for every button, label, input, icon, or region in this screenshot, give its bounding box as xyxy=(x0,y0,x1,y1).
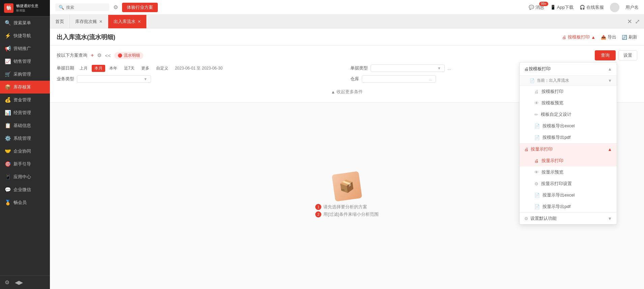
tag-icon: 🔴 xyxy=(118,53,122,58)
display-settings-label: 按显示打印设置 xyxy=(541,181,572,187)
settings-button[interactable]: 设置 xyxy=(618,50,637,60)
tab-inout-flow-close[interactable]: ✕ xyxy=(138,19,141,24)
sidebar-settings-icon[interactable]: ⚙ xyxy=(5,279,9,286)
sidebar-item-label: 企业协同 xyxy=(13,148,31,154)
date-btn-custom[interactable]: 自定义 xyxy=(153,65,171,72)
sidebar-item-quick-nav[interactable]: ⚡ 快捷导航 xyxy=(0,29,50,42)
search-input[interactable] xyxy=(66,5,100,10)
sidebar-item-system[interactable]: ⚙️ 系统管理 xyxy=(0,132,50,145)
display-section-title[interactable]: 🖨 按显示打印 ▲ xyxy=(520,143,617,155)
sidebar-item-guide[interactable]: 🎯 新手引导 xyxy=(0,158,50,170)
service-icon: 🎧 xyxy=(580,5,585,10)
dropdown-footer[interactable]: ⚙ 设置默认功能 ▼ xyxy=(520,213,617,224)
print-dropdown-trigger[interactable]: 🖨 按模板打印 ▲ xyxy=(562,34,595,40)
display-print-item[interactable]: 🖨 按显示打印 xyxy=(520,155,617,166)
sidebar-item-member[interactable]: 🏅 畅会员 xyxy=(0,196,50,209)
tab-maximize-icon[interactable]: ⤢ xyxy=(635,18,640,25)
display-section: 🖨 按显示打印 ▲ 🖨 按显示打印 👁 按显示预览 ⚙ 按显示打印设置 xyxy=(520,143,617,213)
voucher-type-select[interactable]: ▼ xyxy=(371,64,445,72)
operation-icon: 📊 xyxy=(5,110,11,116)
tabbar: 首页 库存批次账 ✕ 出入库流水 ✕ ✕ ⤢ xyxy=(50,15,644,28)
app-download-button[interactable]: 📱 App下载 xyxy=(550,4,574,10)
display-settings-item[interactable]: ⚙ 按显示打印设置 xyxy=(520,178,617,189)
dropdown-print-icon: 🖨 xyxy=(524,67,529,72)
display-section-label: 按显示打印 xyxy=(531,146,553,152)
biz-type-select[interactable]: ▼ xyxy=(77,75,151,83)
sidebar-item-app-center[interactable]: 📱 应用中心 xyxy=(0,170,50,183)
export-button[interactable]: 📤 导出 xyxy=(601,34,616,40)
date-btn-7days[interactable]: 近7天 xyxy=(121,65,137,72)
empty-hint-2: 2 用[过滤]条件来缩小分析范围 xyxy=(315,211,378,217)
date-field-label: 单据日期 xyxy=(57,65,74,71)
empty-hints: 1 请先选择要分析的方案 2 用[过滤]条件来缩小分析范围 xyxy=(315,204,378,219)
tab-home[interactable]: 首页 xyxy=(50,15,70,28)
sidebar-item-label: 畅会员 xyxy=(13,200,27,206)
logo-name: 畅捷通好生意 xyxy=(16,3,38,8)
template-export-pdf-item[interactable]: 📄 按模板导出pdf xyxy=(520,132,617,143)
default-settings-icon: ⚙ xyxy=(524,216,528,221)
page-header: 出入库流水(流水明细) 🖨 按模板打印 ▲ 📤 导出 🔄 刷新 xyxy=(50,28,644,46)
sidebar-item-finance[interactable]: 💰 资金管理 xyxy=(0,94,50,106)
sidebar-item-label: 销售管理 xyxy=(13,58,31,64)
sidebar-item-operation[interactable]: 📊 经营管理 xyxy=(0,106,50,119)
tab-home-label: 首页 xyxy=(55,19,64,25)
query-button[interactable]: 查询 xyxy=(595,50,616,60)
sidebar-item-marketing[interactable]: 📢 营销推广 xyxy=(0,42,50,55)
template-print-item[interactable]: 🖨 按模板打印 xyxy=(520,86,617,97)
dropdown-header[interactable]: 🖨 按模板打印 ▲ xyxy=(520,62,617,76)
topbar-gear-icon[interactable]: ⚙ xyxy=(113,4,118,10)
online-service-button[interactable]: 🎧 在线客服 xyxy=(580,4,604,10)
industry-button[interactable]: 体验行业方案 xyxy=(122,3,158,12)
filter-label: 按以下方案查询 xyxy=(57,52,87,58)
sidebar-item-search-menu[interactable]: 🔍 搜索菜单 xyxy=(0,17,50,29)
purchase-icon: 🛒 xyxy=(5,71,11,77)
sidebar-item-purchase[interactable]: 🛒 采购管理 xyxy=(0,68,50,81)
template-preview-item[interactable]: 👁 按模板预览 xyxy=(520,97,617,109)
warehouse-select[interactable]: … xyxy=(362,75,436,83)
sidebar-item-wechat[interactable]: 💬 企业微信 xyxy=(0,183,50,196)
sidebar-collapse-icon[interactable]: ◀▶ xyxy=(15,279,23,286)
date-btn-this-year[interactable]: 本年 xyxy=(107,65,120,72)
collapse-up-icon: ▲ xyxy=(331,89,335,95)
template-export-excel-item[interactable]: 📄 按模板导出excel xyxy=(520,120,617,132)
display-section-icon: 🖨 xyxy=(524,147,529,152)
display-print-icon: 🖨 xyxy=(534,158,539,163)
tab-batch-account[interactable]: 库存批次账 ✕ xyxy=(70,15,108,28)
cooperation-icon: 🤝 xyxy=(5,148,11,154)
display-export-excel-item[interactable]: 📄 按显示导出excel xyxy=(520,189,617,201)
user-avatar[interactable] xyxy=(610,3,619,12)
member-icon: 🏅 xyxy=(5,200,11,206)
date-btn-last-month[interactable]: 上月 xyxy=(77,65,90,72)
finance-icon: 💰 xyxy=(5,97,11,103)
refresh-button[interactable]: 🔄 刷新 xyxy=(622,34,637,40)
template-design-item[interactable]: ✏ 模板自定义设计 xyxy=(520,109,617,120)
date-btn-more[interactable]: 更多 xyxy=(139,65,152,72)
template-print-label: 按模板打印 xyxy=(541,88,563,95)
message-icon: 💬 xyxy=(529,5,534,10)
display-print-label: 按显示打印 xyxy=(541,158,563,164)
app-download-label: App下载 xyxy=(557,4,574,10)
filter-settings-icon[interactable]: ⚙ xyxy=(97,52,101,58)
display-preview-item[interactable]: 👁 按显示预览 xyxy=(520,166,617,178)
date-btn-this-month[interactable]: 本月 xyxy=(92,65,105,72)
date-filter-field: 单据日期 上月 本月 本年 近7天 更多 自定义 2023-06-01 至 20… xyxy=(57,65,344,72)
filter-tag-item[interactable]: 🔴 流水明细 xyxy=(114,52,143,59)
tab-batch-account-close[interactable]: ✕ xyxy=(99,19,103,24)
tab-inout-flow[interactable]: 出入库流水 ✕ xyxy=(108,15,147,28)
print-dropdown-panel: 🖨 按模板打印 ▲ 📄 当前：出入库流水 ▼ 🖨 按模板打印 👁 按模板预览 xyxy=(519,62,617,225)
display-export-pdf-item[interactable]: 📄 按显示导出pdf xyxy=(520,201,617,212)
hint-text-2: 用[过滤]条件来缩小分析范围 xyxy=(323,211,378,217)
marketing-icon: 📢 xyxy=(5,46,11,52)
search-box[interactable]: 🔍 xyxy=(55,3,109,11)
sidebar-item-basic[interactable]: 📋 基础信息 xyxy=(0,119,50,132)
sidebar-item-sales[interactable]: 📈 销售管理 xyxy=(0,55,50,68)
filter-collapse-icon[interactable]: << xyxy=(105,53,111,58)
sidebar-item-inventory[interactable]: 📦 库存核算 xyxy=(0,81,50,94)
message-button[interactable]: 💬 消息 99+ xyxy=(529,4,544,10)
filter-add-button[interactable]: + xyxy=(91,52,94,58)
sidebar-item-cooperation[interactable]: 🤝 企业协同 xyxy=(0,145,50,158)
voucher-type-more[interactable]: ... xyxy=(447,66,451,71)
search-menu-icon: 🔍 xyxy=(5,20,11,26)
warehouse-chevron: … xyxy=(429,77,432,81)
tab-close-all-icon[interactable]: ✕ xyxy=(627,18,632,25)
